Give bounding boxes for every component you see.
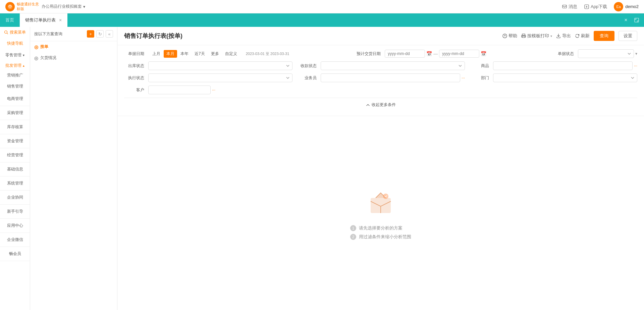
- calendar-end-icon[interactable]: 📅: [481, 51, 486, 56]
- refresh-plan-btn[interactable]: ↻: [96, 30, 104, 38]
- left-panel-item-order[interactable]: ◎ 按单: [30, 41, 117, 52]
- date-tab-thismonth[interactable]: 本月: [164, 50, 177, 58]
- sidebar-item-ecommerce[interactable]: 电商管理: [0, 92, 30, 106]
- date-tab-custom[interactable]: 自定义: [222, 50, 240, 58]
- tab-home[interactable]: 首页: [0, 13, 20, 27]
- tab-maximize-btn[interactable]: [632, 15, 641, 25]
- sidebar-item-marketing[interactable]: 营销推广: [0, 70, 30, 81]
- sidebar-item-system[interactable]: 系统管理: [0, 176, 30, 191]
- search-icon: [4, 30, 8, 35]
- sidebar-item-enterprise[interactable]: 企业协同: [0, 191, 30, 205]
- delivery-label: 出库状态: [124, 63, 144, 69]
- date-tab-thisyear[interactable]: 本年: [178, 50, 191, 58]
- customer-ellipsis-btn[interactable]: ···: [212, 88, 215, 92]
- left-panel-item-shortage[interactable]: ◎ 欠货情况: [30, 52, 117, 63]
- sidebar-item-purchase[interactable]: 采购管理: [0, 106, 30, 120]
- print-action[interactable]: 按模板打印 ▾: [521, 33, 552, 39]
- help-icon: [502, 34, 507, 38]
- status-select[interactable]: [578, 49, 634, 58]
- nav-tabs-bar: 首页 销售订单执行表 × ×: [0, 13, 644, 27]
- date-label: 单据日期: [124, 51, 144, 57]
- date-tab-lastmonth[interactable]: 上月: [150, 50, 163, 58]
- top-header: 畅捷通好生意 标版 办公用品行业模拟账套 ▾ 消息 App下载 Ea: [0, 0, 644, 13]
- collapse-panel-btn[interactable]: «: [106, 30, 113, 38]
- logo-area: 畅捷通好生意 标版: [5, 2, 39, 11]
- date-tab-more[interactable]: 更多: [208, 50, 222, 58]
- sidebar-search[interactable]: 搜索菜单: [0, 27, 30, 38]
- order-icon: ◎: [34, 44, 38, 50]
- sidebar-item-sales[interactable]: 销售管理: [0, 81, 30, 92]
- empty-tip-1: 1 请先选择要分析的方案: [350, 225, 411, 231]
- export-icon: [556, 34, 561, 38]
- payment-select-area: [321, 61, 465, 70]
- breadcrumb: 办公用品行业模拟账套 ▾: [42, 4, 85, 9]
- empty-state: 1 请先选择要分析的方案 2 用过滤条件来缩小分析范围: [117, 116, 644, 310]
- left-panel-icons: + ↻ «: [87, 30, 113, 38]
- logo-text: 畅捷通好生意 标版: [17, 2, 39, 11]
- split-layout: 按以下方案查询 + ↻ « ◎ 按单 ◎ 欠货情况: [30, 27, 644, 310]
- sidebar-item-inventory[interactable]: 库存核算: [0, 120, 30, 134]
- goods-input[interactable]: [493, 61, 633, 70]
- header-right: 消息 App下载 Ea demo2: [562, 2, 639, 11]
- calendar-start-icon[interactable]: 📅: [426, 51, 432, 56]
- status-expand-icon[interactable]: ▾: [635, 51, 637, 56]
- svg-rect-1: [562, 5, 567, 8]
- search-btn[interactable]: 查询: [594, 31, 614, 41]
- download-action[interactable]: App下载: [584, 4, 607, 10]
- avatar: Ea: [614, 2, 623, 11]
- delivery-select[interactable]: [148, 61, 292, 70]
- goods-input-area: ···: [493, 61, 637, 70]
- download-icon: [584, 4, 589, 9]
- user-area[interactable]: Ea demo2: [614, 2, 639, 11]
- export-action[interactable]: 导出: [556, 33, 571, 39]
- salesman-input[interactable]: [321, 73, 460, 82]
- tab-close-icon[interactable]: ×: [59, 17, 62, 23]
- date-tab-last7[interactable]: 近7天: [192, 50, 208, 58]
- sidebar-item-wechat[interactable]: 企业微信: [0, 233, 30, 247]
- expected-date-label: 预计交货日期: [357, 51, 381, 57]
- customer-label: 客户: [124, 87, 144, 93]
- sidebar-item-guide[interactable]: 新手引导: [0, 205, 30, 219]
- empty-illustration: [364, 186, 397, 220]
- dept-label: 部门: [469, 75, 489, 81]
- sidebar-item-basic-info[interactable]: 基础信息: [0, 162, 30, 176]
- salesman-ellipsis-btn[interactable]: ···: [462, 75, 465, 80]
- add-plan-btn[interactable]: +: [87, 30, 94, 38]
- settings-btn[interactable]: 设置: [619, 31, 637, 41]
- customer-input[interactable]: [148, 86, 211, 94]
- sidebar-item-retail[interactable]: 零售管理 ▾: [0, 49, 30, 59]
- content-area: 按以下方案查询 + ↻ « ◎ 按单 ◎ 欠货情况: [30, 27, 644, 310]
- page-title-actions: 帮助 按模板打印 ▾: [502, 31, 637, 41]
- sidebar-item-wholesale[interactable]: 批发管理 ▴: [0, 59, 30, 70]
- help-action[interactable]: 帮助: [502, 33, 517, 39]
- sidebar-item-app-center[interactable]: 应用中心: [0, 219, 30, 233]
- status-label: 单据状态: [554, 51, 574, 57]
- expected-date-start[interactable]: [385, 50, 425, 58]
- delivery-select-area: [148, 61, 292, 70]
- shortage-icon: ◎: [34, 55, 38, 61]
- payment-select[interactable]: [321, 61, 465, 70]
- sidebar-item-member[interactable]: 畅会员: [0, 247, 30, 261]
- svg-rect-3: [635, 18, 639, 22]
- refresh-action[interactable]: 刷新: [575, 33, 590, 39]
- message-icon: [562, 4, 567, 9]
- exec-label: 执行状态: [124, 75, 144, 81]
- tab-minimize-btn[interactable]: ×: [621, 15, 631, 25]
- exec-select[interactable]: [148, 73, 292, 82]
- sidebar-quicknav[interactable]: 快捷导航: [0, 38, 30, 49]
- sidebar: 搜索菜单 快捷导航 零售管理 ▾ 批发管理 ▴ 营销推广 销售管理 电商管理 采…: [0, 27, 30, 310]
- user-name[interactable]: demo2: [625, 4, 639, 9]
- main-layout: 搜索菜单 快捷导航 零售管理 ▾ 批发管理 ▴ 营销推广 销售管理 电商管理 采…: [0, 27, 644, 310]
- collapse-btn[interactable]: 收起更多条件: [124, 101, 637, 109]
- filter-area: 单据日期 上月 本月 本年 近7天 更多 自定义 2023-03-01 至 20…: [117, 45, 644, 116]
- sidebar-item-management[interactable]: 经营管理: [0, 148, 30, 162]
- message-action[interactable]: 消息: [562, 4, 577, 10]
- dept-select[interactable]: [493, 73, 637, 82]
- filter-row-delivery: 出库状态 收款状态 商品: [124, 61, 637, 70]
- sidebar-item-finance[interactable]: 资金管理: [0, 134, 30, 148]
- svg-point-4: [5, 31, 7, 34]
- payment-label: 收款状态: [297, 63, 317, 69]
- tab-sales-order[interactable]: 销售订单执行表 ×: [20, 13, 67, 27]
- goods-ellipsis-btn[interactable]: ···: [634, 63, 637, 68]
- expected-date-end[interactable]: [439, 50, 479, 58]
